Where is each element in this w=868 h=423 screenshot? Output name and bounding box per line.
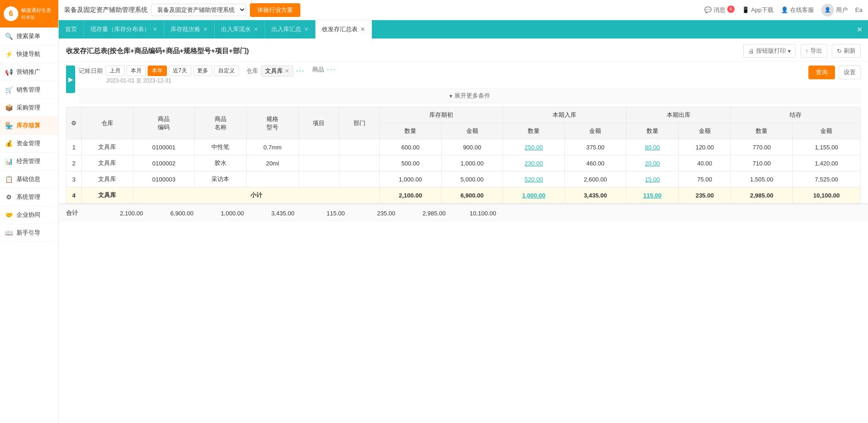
row-project-2	[299, 171, 339, 187]
subtotal-out-qty[interactable]: 115.00	[626, 187, 679, 203]
row-in-qty-1[interactable]: 230.00	[503, 155, 564, 171]
tab-label-1: 现存量（库存分布表）	[90, 25, 150, 33]
sidebar-logo: 6 畅捷通好生意 标准版	[0, 0, 58, 27]
subtotal-in-qty[interactable]: 1,000.00	[503, 187, 564, 203]
date-btn-上月[interactable]: 上月	[105, 66, 125, 76]
tab-5[interactable]: 收发存汇总表✕	[315, 20, 372, 38]
system-selector[interactable]: 装备及固定资产辅助管理系统	[151, 4, 246, 16]
filter-collapse-btn[interactable]: ▶	[66, 66, 75, 93]
page-title: 收发存汇总表(按仓库+商品编码+商品+规格型号+项目+部门)	[66, 47, 249, 55]
sidebar-item-business[interactable]: 📊 经营管理	[0, 153, 58, 170]
tab-0[interactable]: 首页	[59, 20, 84, 38]
export-label: 导出	[810, 47, 822, 55]
expand-more-btn[interactable]: ▾ 展开更多条件	[79, 88, 861, 103]
row-code-0: 0100001	[133, 139, 194, 155]
corp-icon: 🤝	[5, 211, 13, 219]
row-in-qty-0[interactable]: 250.00	[503, 139, 564, 155]
messages-label: 消息	[713, 6, 725, 14]
tab-label-5: 收发存汇总表	[322, 25, 358, 33]
col-in: 本期入库	[503, 107, 626, 123]
subtotal-warehouse: 文具库	[82, 187, 133, 203]
subtotal-label: 小计	[133, 187, 380, 203]
footer-total-row: 合计 2,100.00 6,900.00 1,000.00 3,435.00 1…	[59, 203, 868, 222]
date-range-display: 2023-01-01 至 2023-12-31	[79, 77, 171, 85]
sidebar-item-system[interactable]: ⚙ 系统管理	[0, 188, 58, 206]
sidebar-label-finance: 资金管理	[17, 139, 40, 148]
sidebar-item-marketing[interactable]: 📢 营销推广	[0, 63, 58, 81]
sidebar-label-quick-nav: 快捷导航	[17, 50, 40, 58]
print-button[interactable]: 🖨 按钮版打印 ▾	[743, 44, 796, 58]
table-settings-col[interactable]: ⚙	[66, 107, 82, 139]
refresh-button[interactable]: ↻ 刷新	[832, 44, 861, 58]
online-service-btn[interactable]: 👤 在线客服	[781, 6, 814, 14]
total-in-qty: 1,000.00	[207, 210, 244, 217]
subtotal-open-amt: 6,900.00	[441, 187, 503, 203]
total-values: 2,100.00 6,900.00 1,000.00 3,435.00 115.…	[106, 210, 496, 217]
date-btn-自定义[interactable]: 自定义	[214, 66, 239, 76]
row-out-qty-2[interactable]: 15.00	[626, 171, 679, 187]
tabs-close-all[interactable]: ✕	[851, 20, 868, 38]
print-chevron: ▾	[788, 48, 791, 55]
user-avatar-icon: 👤	[824, 7, 831, 13]
export-button[interactable]: ↑ 导出	[801, 44, 828, 58]
sidebar-item-finance[interactable]: 💰 资金管理	[0, 135, 58, 153]
row-out-qty-1[interactable]: 20.00	[626, 155, 679, 171]
query-button[interactable]: 查询	[808, 66, 835, 79]
sidebar-item-purchase[interactable]: 📦 采购管理	[0, 99, 58, 117]
goods-more-btn[interactable]: ···	[327, 66, 336, 74]
col-project: 项目	[299, 107, 339, 139]
tab-close-2[interactable]: ✕	[203, 26, 208, 33]
col-bal-amt: 金额	[792, 123, 860, 139]
date-btn-本年[interactable]: 本年	[148, 66, 167, 76]
row-in-amt-0: 375.00	[564, 139, 626, 155]
download-icon: 📱	[742, 6, 749, 13]
table-row: 3 文具库 0100003 采访本 1,000.00 5,000.00 520.…	[66, 171, 861, 187]
sidebar-item-inventory[interactable]: 🏪 库存核算	[0, 117, 58, 135]
filter-content: 记账日期 上月本月本年近7天更多自定义 2023-01-01 至 2023-12…	[79, 66, 861, 103]
sidebar-item-sales[interactable]: 🛒 销售管理	[0, 81, 58, 99]
row-name-2: 采访本	[195, 171, 247, 187]
warehouse-remove-btn[interactable]: ✕	[285, 68, 289, 74]
sidebar-item-quick-nav[interactable]: ⚡ 快捷导航	[0, 45, 58, 63]
row-out-qty-0[interactable]: 80.00	[626, 139, 679, 155]
app-download-btn[interactable]: 📱 App下载	[742, 6, 774, 14]
date-btn-更多[interactable]: 更多	[193, 66, 212, 76]
sidebar-item-base[interactable]: 📋 基础信息	[0, 170, 58, 188]
tab-close-4[interactable]: ✕	[304, 26, 309, 33]
logo-title: 畅捷通好生意	[21, 7, 51, 14]
row-in-amt-2: 2,600.00	[564, 171, 626, 187]
tab-2[interactable]: 库存批次账✕	[164, 20, 215, 38]
sidebar-item-guide[interactable]: 📖 新手引导	[0, 224, 58, 242]
user-btn[interactable]: 👤 用户	[821, 4, 848, 16]
date-btn-近7天[interactable]: 近7天	[169, 66, 191, 76]
tab-3[interactable]: 出入库流水✕	[215, 20, 265, 38]
tab-close-5[interactable]: ✕	[360, 26, 365, 33]
tab-close-1[interactable]: ✕	[153, 26, 157, 33]
guide-icon: 📖	[5, 229, 13, 237]
messages-btn[interactable]: 💬 消息 6	[704, 6, 735, 14]
filter-settings-button[interactable]: 设置	[839, 66, 861, 79]
row-in-qty-2[interactable]: 520.00	[503, 171, 564, 187]
page-content: 收发存汇总表(按仓库+商品编码+商品+规格型号+项目+部门) 🖨 按钮版打印 ▾…	[59, 38, 868, 423]
row-code-1: 0100002	[133, 155, 194, 171]
tab-1[interactable]: 现存量（库存分布表）✕	[84, 20, 164, 38]
sidebar: 6 畅捷通好生意 标准版 🔍 搜索菜单 ⚡ 快捷导航 📢 营销推广 🛒 销售管理…	[0, 0, 59, 423]
date-btn-本月[interactable]: 本月	[127, 66, 146, 76]
sidebar-item-search[interactable]: 🔍 搜索菜单	[0, 27, 58, 45]
table-container: ⚙ 仓库 商品编码 商品名称 规格型号 项目 部门 库存期初 本期入库 本期出库…	[59, 107, 868, 203]
warehouse-more-btn[interactable]: ···	[296, 67, 305, 75]
col-out: 本期出库	[626, 107, 731, 123]
online-service-label: 在线客服	[790, 6, 814, 14]
col-goods-spec: 规格型号	[246, 107, 299, 139]
col-in-qty: 数量	[503, 123, 564, 139]
row-bal-amt-2: 7,525.00	[792, 171, 860, 187]
tab-close-3[interactable]: ✕	[254, 26, 258, 33]
marketing-icon: 📢	[5, 68, 13, 76]
sidebar-item-corp[interactable]: 🤝 企业协同	[0, 206, 58, 224]
row-open-amt-2: 5,000.00	[441, 171, 503, 187]
trial-button[interactable]: 体验行业方案	[250, 3, 300, 17]
row-out-amt-1: 40.00	[679, 155, 731, 171]
total-label: 合计	[66, 209, 103, 217]
tab-4[interactable]: 出入库汇总✕	[265, 20, 315, 38]
row-dept-1	[339, 155, 380, 171]
